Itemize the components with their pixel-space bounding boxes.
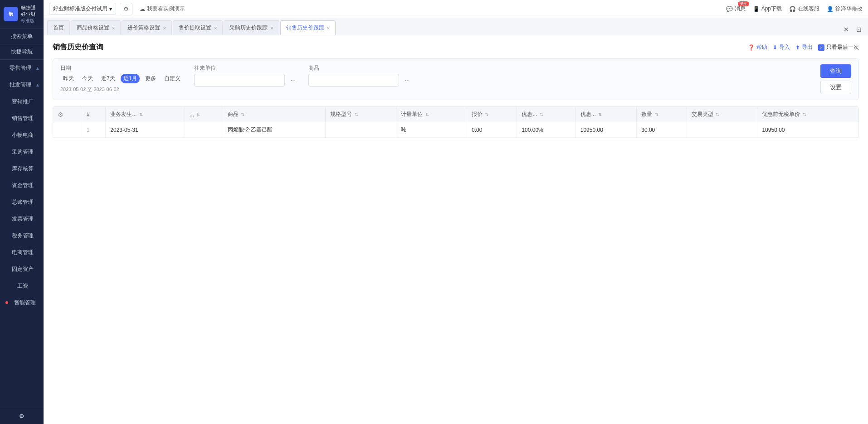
topbar-settings-button[interactable]: ⚙ — [120, 3, 132, 15]
app-download-button[interactable]: 📱 App下载 — [753, 5, 782, 13]
sidebar-bottom[interactable]: ⚙ — [0, 408, 44, 424]
th-discount-amt[interactable]: 优惠... ⇅ — [575, 107, 636, 122]
sidebar-item-12[interactable]: 固定资产 — [0, 261, 44, 278]
user-profile-button[interactable]: 👤 徐泽华修改 — [827, 5, 863, 13]
date-option-1[interactable]: 今天 — [79, 74, 96, 83]
table-row[interactable]: 12023-05-31丙烯酸-2-乙基己酯吨0.00100.00%10950.0… — [53, 122, 858, 138]
tab-close-icon-3[interactable]: × — [214, 25, 217, 31]
th-unit[interactable]: 计量单位 ⇅ — [396, 107, 467, 122]
topbar: 好业财标准版交付试用 ▾ ⚙ ☁ 我要看实例演示 💬 消息 99+ 📱 App下… — [44, 0, 868, 18]
sidebar-nav-label-5: 采购管理 — [5, 148, 40, 156]
th-spec[interactable]: 规格型号 ⇅ — [326, 107, 396, 122]
sidebar-item-7[interactable]: 资金管理 — [0, 177, 44, 194]
date-option-2[interactable]: 近7天 — [98, 74, 118, 83]
tab-close-icon-5[interactable]: × — [327, 25, 330, 31]
source-input[interactable] — [194, 74, 285, 87]
sidebar-item-2[interactable]: 营销推广 — [0, 93, 44, 110]
goods-more-button[interactable]: ··· — [403, 76, 412, 85]
sidebar-nav-label-13: 工资 — [5, 282, 40, 290]
tab-5[interactable]: 销售历史价跟踪× — [280, 20, 336, 35]
sidebar-item-4[interactable]: 小畅电商 — [0, 127, 44, 144]
page-title-row: 销售历史价查询 ❓ 帮助 ⬇ 导入 ⬆ 导出 ✓ 只看最后一次 — [53, 43, 859, 52]
checkbox-checked-icon: ✓ — [818, 44, 824, 51]
online-service-button[interactable]: 🎧 在线客服 — [789, 5, 819, 13]
tab-list: 首页商品价格设置×进价策略设置×售价提取设置×采购历史价跟踪×销售历史价跟踪× — [47, 20, 336, 35]
table-cell-0-2: 2023-05-31 — [106, 122, 185, 138]
sidebar-nav-arrow-icon-0: ▲ — [35, 66, 40, 71]
th-gear[interactable]: ⚙ — [53, 107, 82, 122]
sidebar-quick-nav[interactable]: 快捷导航 — [0, 44, 44, 60]
sidebar-item-0[interactable]: 零售管理▲ — [0, 60, 44, 77]
date-option-4[interactable]: 更多 — [142, 74, 159, 83]
th-discount-pct[interactable]: 优惠... ⇅ — [517, 107, 575, 122]
sidebar-item-6[interactable]: 库存核算 — [0, 160, 44, 177]
headset-icon: 🎧 — [789, 6, 796, 12]
only-last-checkbox[interactable]: ✓ 只看最后一次 — [818, 43, 859, 51]
tab-close-icon-4[interactable]: × — [270, 25, 273, 31]
sidebar-search[interactable]: 搜索菜单 — [0, 29, 44, 44]
th-more[interactable]: ... ⇅ — [185, 107, 223, 122]
tab-label-0: 首页 — [53, 24, 64, 32]
source-filter-group: 往来单位 ··· — [194, 64, 297, 87]
import-icon: ⬇ — [773, 44, 777, 51]
tab-label-2: 进价策略设置 — [127, 24, 160, 32]
th-trade-type[interactable]: 交易类型 ⇅ — [687, 107, 757, 122]
sidebar-nav-label-9: 发票管理 — [5, 215, 40, 223]
goods-input[interactable] — [308, 74, 399, 87]
export-icon: ⬆ — [795, 44, 800, 51]
th-price[interactable]: 报价 ⇅ — [467, 107, 517, 122]
table-cell-0-12: 10950.00 — [757, 122, 858, 138]
avatar-icon: 👤 — [827, 6, 834, 12]
sidebar-item-9[interactable]: 发票管理 — [0, 211, 44, 227]
tab-label-5: 销售历史价跟踪 — [286, 24, 324, 32]
th-qty[interactable]: 数量 ⇅ — [637, 107, 687, 122]
sidebar-item-8[interactable]: 总账管理 — [0, 194, 44, 211]
query-button[interactable]: 查询 — [820, 64, 851, 78]
tab-2[interactable]: 进价策略设置× — [122, 20, 171, 35]
settings-button[interactable]: 设置 — [820, 81, 851, 94]
tab-3[interactable]: 售价提取设置× — [173, 20, 223, 35]
date-option-3[interactable]: 近1月 — [121, 74, 140, 83]
sidebar-item-1[interactable]: 批发管理▲ — [0, 77, 44, 93]
version-dropdown[interactable]: 好业财标准版交付试用 ▾ — [49, 3, 116, 15]
sidebar-item-3[interactable]: 销售管理 — [0, 110, 44, 127]
sidebar-item-14[interactable]: 智能管理 — [0, 294, 44, 311]
app-logo-icon: 畅 — [4, 7, 18, 21]
th-date[interactable]: 业务发生... ⇅ — [106, 107, 185, 122]
message-button[interactable]: 💬 消息 99+ — [726, 5, 746, 13]
date-option-5[interactable]: 自定义 — [161, 74, 183, 83]
app-download-label: App下载 — [761, 5, 782, 13]
export-button[interactable]: ⬆ 导出 — [795, 43, 813, 51]
sidebar-item-5[interactable]: 采购管理 — [0, 144, 44, 160]
th-num: # — [82, 107, 105, 122]
sidebar-item-13[interactable]: 工资 — [0, 278, 44, 294]
app-version: 标准版 — [21, 18, 40, 24]
sidebar-item-11[interactable]: 电商管理 — [0, 244, 44, 261]
tab-close-icon-2[interactable]: × — [163, 25, 166, 31]
date-option-0[interactable]: 昨天 — [60, 74, 77, 83]
import-button[interactable]: ⬇ 导入 — [773, 43, 790, 51]
demo-link[interactable]: ☁ 我要看实例演示 — [140, 5, 185, 13]
cloud-icon: ☁ — [140, 6, 145, 12]
maximize-button[interactable]: ⊡ — [853, 24, 864, 35]
source-more-button[interactable]: ··· — [288, 76, 297, 85]
date-range-text: 2023-05-02 至 2023-06-02 — [60, 86, 183, 93]
message-icon: 💬 — [726, 6, 733, 12]
sidebar-nav-label-6: 库存核算 — [5, 165, 40, 173]
sidebar-nav-label-3: 销售管理 — [5, 115, 40, 122]
tab-close-icon-1[interactable]: × — [112, 25, 115, 31]
th-goods[interactable]: 商品 ⇅ — [223, 107, 325, 122]
sidebar-item-10[interactable]: 税务管理 — [0, 227, 44, 244]
close-tab-button[interactable]: ✕ — [841, 24, 852, 35]
th-pretax-price[interactable]: 优惠前无税单价 ⇅ — [757, 107, 858, 122]
page-title: 销售历史价查询 — [53, 43, 103, 52]
tab-4[interactable]: 采购历史价跟踪× — [224, 20, 279, 35]
table-cell-0-0 — [53, 122, 82, 138]
goods-filter-label: 商品 — [308, 64, 412, 72]
table-cell-0-1: 1 — [82, 122, 105, 138]
tab-label-3: 售价提取设置 — [179, 24, 211, 32]
table-cell-0-3 — [185, 122, 223, 138]
tab-1[interactable]: 商品价格设置× — [71, 20, 121, 35]
tab-0[interactable]: 首页 — [47, 20, 70, 35]
help-button[interactable]: ❓ 帮助 — [748, 43, 767, 51]
